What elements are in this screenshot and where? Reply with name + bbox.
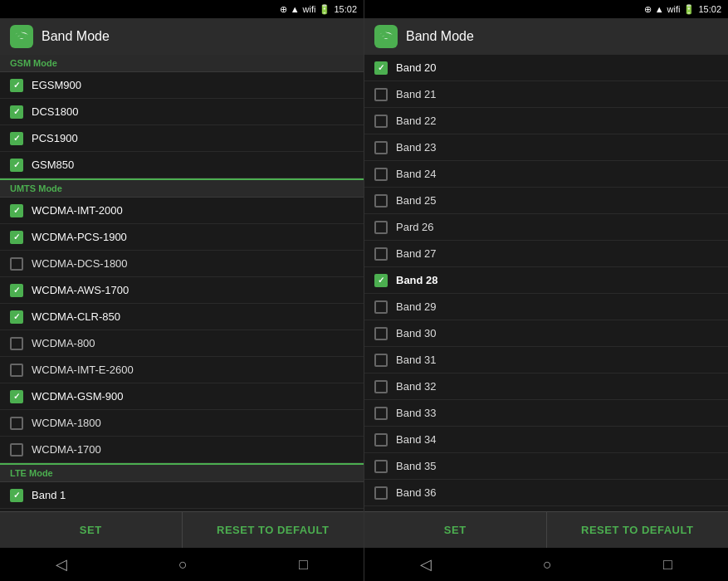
- right-screen: ⊕ ▲ wifi 🔋 15:02 Band Mode Band 20 Band …: [364, 0, 728, 548]
- list-item[interactable]: WCDMA-DCS-1800: [0, 251, 364, 277]
- checkbox-band36[interactable]: [374, 486, 388, 500]
- checkbox-band28[interactable]: [374, 274, 388, 287]
- list-item[interactable]: Band 28: [364, 267, 728, 294]
- item-label: Band 25: [396, 194, 436, 207]
- checkbox-band30[interactable]: [374, 327, 388, 340]
- item-label: WCDMA-IMT-E-2600: [32, 364, 134, 376]
- checkbox-band20[interactable]: [374, 61, 388, 75]
- item-label: Band 21: [396, 88, 436, 100]
- list-item[interactable]: WCDMA-GSM-900: [0, 383, 364, 410]
- list-item[interactable]: DCS1800: [0, 99, 364, 125]
- checkbox-band21[interactable]: [374, 88, 388, 101]
- reset-button-right[interactable]: Reset to default: [547, 512, 729, 548]
- recent-button-left[interactable]: □: [299, 556, 308, 574]
- list-item[interactable]: Band 27: [364, 241, 728, 267]
- list-item[interactable]: Band 36: [364, 480, 728, 506]
- checkbox-band24[interactable]: [374, 168, 388, 181]
- list-item[interactable]: WCDMA-800: [0, 330, 364, 357]
- list-item[interactable]: Band 23: [364, 134, 728, 161]
- list-item[interactable]: Band 24: [364, 161, 728, 188]
- time-left: 15:02: [334, 4, 357, 14]
- item-label: Band 23: [396, 141, 436, 154]
- item-label: Band 28: [396, 274, 438, 286]
- checkbox-egsm900[interactable]: [10, 79, 23, 92]
- list-item[interactable]: GSM850: [0, 152, 364, 178]
- list-item[interactable]: Band 25: [364, 188, 728, 214]
- checkbox-band23[interactable]: [374, 141, 388, 154]
- list-item[interactable]: PCS1900: [0, 125, 364, 152]
- back-button-left[interactable]: ◁: [56, 555, 67, 574]
- list-item[interactable]: Band 21: [364, 81, 728, 108]
- item-label: WCDMA-1800: [32, 417, 101, 429]
- checkbox-wcdma-1800[interactable]: [10, 417, 23, 430]
- list-item[interactable]: Band 34: [364, 427, 728, 453]
- recent-button-right[interactable]: □: [663, 556, 672, 574]
- bottom-bar-right: SET Reset to default: [364, 511, 728, 548]
- checkbox-pard26[interactable]: [374, 221, 388, 234]
- checkbox-band29[interactable]: [374, 300, 388, 314]
- battery-icon: 🔋: [319, 4, 330, 15]
- app-title-left: Band Mode: [42, 29, 110, 44]
- list-item[interactable]: WCDMA-1700: [0, 437, 364, 463]
- checkbox-wcdma-1700[interactable]: [10, 443, 23, 456]
- item-label: WCDMA-CLR-850: [32, 310, 120, 323]
- reset-button-left[interactable]: Reset to default: [183, 512, 364, 548]
- list-item[interactable]: WCDMA-IMT-E-2600: [0, 357, 364, 383]
- home-button-left[interactable]: ○: [178, 556, 188, 574]
- list-item[interactable]: Band 31: [364, 347, 728, 374]
- checkbox-band27[interactable]: [374, 247, 388, 261]
- checkbox-wcdma-imt[interactable]: [10, 204, 23, 217]
- list-item[interactable]: WCDMA-CLR-850: [0, 304, 364, 330]
- item-label: Band 1: [32, 489, 66, 501]
- list-item[interactable]: Band 20: [364, 55, 728, 81]
- left-content[interactable]: GSM Mode EGSM900 DCS1800 PCS1900 GSM850 …: [0, 55, 364, 511]
- checkbox-wcdma-pcs[interactable]: [10, 231, 23, 244]
- list-item[interactable]: EGSM900: [0, 72, 364, 99]
- list-item[interactable]: Pard 26: [364, 214, 728, 241]
- checkbox-wcdma-gsm[interactable]: [10, 390, 23, 403]
- list-item[interactable]: WCDMA-1800: [0, 410, 364, 437]
- checkbox-band1[interactable]: [10, 489, 23, 502]
- item-label: Band 30: [396, 327, 436, 339]
- checkbox-band34[interactable]: [374, 433, 388, 447]
- left-screen: ⊕ ▲ wifi 🔋 15:02 Band Mode GSM Mode EGSM…: [0, 0, 364, 548]
- set-button-right[interactable]: SET: [364, 512, 547, 548]
- checkbox-wcdma-clr[interactable]: [10, 310, 23, 324]
- checkbox-wcdma-imt-e[interactable]: [10, 364, 23, 377]
- list-item[interactable]: Band 1: [0, 482, 364, 509]
- checkbox-gsm850[interactable]: [10, 159, 23, 172]
- checkbox-pcs1900[interactable]: [10, 132, 23, 145]
- item-label: WCDMA-GSM-900: [32, 390, 124, 403]
- list-item[interactable]: Band 32: [364, 374, 728, 400]
- checkbox-band35[interactable]: [374, 460, 388, 473]
- checkbox-wcdma-800[interactable]: [10, 337, 23, 350]
- set-button-left[interactable]: SET: [0, 512, 183, 548]
- status-bar-left: ⊕ ▲ wifi 🔋 15:02: [0, 0, 364, 18]
- status-bar-right: ⊕ ▲ wifi 🔋 15:02: [364, 0, 728, 18]
- list-item[interactable]: WCDMA-PCS-1900: [0, 224, 364, 251]
- list-item[interactable]: WCDMA-AWS-1700: [0, 277, 364, 304]
- list-item[interactable]: Band 30: [364, 320, 728, 347]
- location-icon-r: ⊕: [644, 4, 652, 15]
- checkbox-wcdma-aws[interactable]: [10, 284, 23, 297]
- time-right: 15:02: [698, 4, 721, 14]
- checkbox-band33[interactable]: [374, 407, 388, 420]
- list-item[interactable]: Band 33: [364, 400, 728, 427]
- item-label: WCDMA-PCS-1900: [32, 231, 127, 243]
- item-label: Band 22: [396, 115, 436, 127]
- checkbox-band31[interactable]: [374, 354, 388, 367]
- checkbox-wcdma-dcs[interactable]: [10, 257, 23, 271]
- checkbox-band25[interactable]: [374, 194, 388, 208]
- back-button-right[interactable]: ◁: [420, 555, 432, 574]
- list-item[interactable]: Band 29: [364, 294, 728, 320]
- checkbox-band32[interactable]: [374, 380, 388, 393]
- item-label: PCS1900: [32, 132, 78, 144]
- checkbox-dcs1800[interactable]: [10, 105, 23, 119]
- list-item[interactable]: Band 22: [364, 108, 728, 134]
- list-item[interactable]: WCDMA-IMT-2000: [0, 198, 364, 224]
- home-button-right[interactable]: ○: [543, 556, 552, 574]
- app-bar-left: Band Mode: [0, 18, 364, 55]
- checkbox-band22[interactable]: [374, 115, 388, 128]
- list-item[interactable]: Band 35: [364, 453, 728, 480]
- right-content[interactable]: Band 20 Band 21 Band 22 Band 23 Band 24 …: [364, 55, 728, 511]
